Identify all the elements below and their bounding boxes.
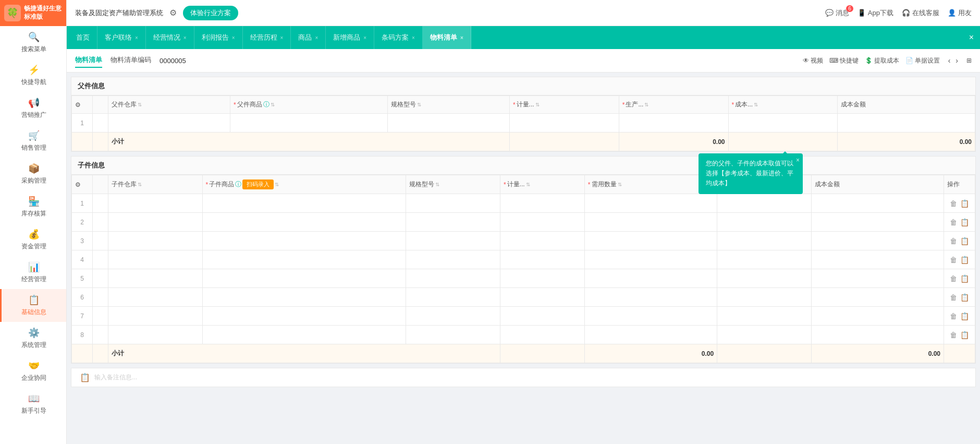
child-row-3-goods[interactable]	[202, 232, 406, 250]
sidebar-item-sales[interactable]: 🛒 销售管理	[0, 125, 66, 158]
child-row-6-unit-cost[interactable]	[717, 288, 812, 307]
child-row-6-spec[interactable]	[406, 288, 500, 307]
child-row-7-unit[interactable]	[500, 307, 584, 326]
sidebar-item-enterprise[interactable]: 🤝 企业协同	[0, 355, 66, 388]
copy-row-7-icon[interactable]: 📋	[960, 312, 969, 320]
child-row-8-goods[interactable]	[202, 326, 406, 344]
copy-row-2-icon[interactable]: 📋	[960, 218, 969, 226]
message-button[interactable]: 💬 消息 6	[825, 8, 849, 18]
tab-close-profit[interactable]: ×	[232, 35, 235, 41]
cost-action[interactable]: 💲 提取成本	[865, 56, 899, 65]
child-row-5-quantity[interactable]	[584, 269, 717, 288]
parent-row-1-goods[interactable]	[230, 114, 387, 133]
child-row-6-warehouse[interactable]	[108, 288, 203, 307]
tooltip-close-button[interactable]: ×	[796, 155, 800, 165]
child-row-5-unit[interactable]	[500, 269, 584, 288]
tab-bom[interactable]: 物料清单 ×	[423, 26, 471, 49]
child-row-5-spec[interactable]	[406, 269, 500, 288]
tab-customer[interactable]: 客户联络 ×	[97, 26, 146, 49]
sub-tab-bom-code[interactable]: 物料清单编码	[111, 53, 151, 68]
tab-close-barcode[interactable]: ×	[412, 35, 415, 41]
child-row-3-unit[interactable]	[500, 232, 584, 250]
tab-profit[interactable]: 利润报告 ×	[194, 26, 243, 49]
sidebar-item-quick-nav[interactable]: ⚡ 快捷导航	[0, 59, 66, 92]
child-row-5-unit-cost[interactable]	[717, 269, 812, 288]
next-arrow[interactable]: ›	[953, 55, 960, 66]
delete-row-2-icon[interactable]: 🗑	[950, 218, 957, 226]
copy-row-6-icon[interactable]: 📋	[960, 293, 969, 302]
child-row-8-unit[interactable]	[500, 326, 584, 344]
remark-text[interactable]: 输入备注信息...	[94, 373, 137, 382]
tab-close-business[interactable]: ×	[183, 35, 187, 41]
delete-row-1-icon[interactable]: 🗑	[950, 199, 957, 208]
tab-barcode[interactable]: 条码方案 ×	[374, 26, 423, 49]
app-download-button[interactable]: 📱 App下载	[858, 8, 893, 18]
child-row-1-unit-cost[interactable]	[717, 194, 812, 213]
view-action[interactable]: 👁 视频	[803, 56, 823, 65]
single-settings-action[interactable]: 📄 单据设置	[905, 56, 940, 65]
child-row-4-warehouse[interactable]	[108, 250, 203, 269]
copy-row-1-icon[interactable]: 📋	[960, 199, 969, 208]
sidebar-item-marketing[interactable]: 📢 营销推广	[0, 92, 66, 125]
child-row-2-unit[interactable]	[500, 213, 584, 232]
tab-close-new-goods[interactable]: ×	[363, 35, 366, 41]
sidebar-item-system[interactable]: ⚙️ 系统管理	[0, 322, 66, 355]
close-all-tabs[interactable]: ×	[965, 33, 978, 42]
child-row-2-spec[interactable]	[406, 213, 500, 232]
child-row-6-quantity[interactable]	[584, 288, 717, 307]
trial-button[interactable]: 体验行业方案	[183, 6, 238, 20]
child-row-3-quantity[interactable]	[584, 232, 717, 250]
child-row-6-unit[interactable]	[500, 288, 584, 307]
tab-home[interactable]: 首页	[69, 26, 97, 49]
prev-arrow[interactable]: ‹	[946, 55, 953, 66]
child-col-settings[interactable]: ⚙	[72, 175, 93, 194]
child-row-5-warehouse[interactable]	[108, 269, 203, 288]
tab-close-history[interactable]: ×	[280, 35, 284, 41]
child-row-3-warehouse[interactable]	[108, 232, 203, 250]
copy-row-5-icon[interactable]: 📋	[960, 274, 969, 283]
user-button[interactable]: 👤 用友	[948, 8, 972, 18]
child-row-8-spec[interactable]	[406, 326, 500, 344]
child-row-1-spec[interactable]	[406, 194, 500, 213]
tab-new-goods[interactable]: 新增商品 ×	[326, 26, 374, 49]
copy-row-3-icon[interactable]: 📋	[960, 237, 969, 245]
child-row-4-goods[interactable]	[202, 250, 406, 269]
child-row-8-unit-cost[interactable]	[717, 326, 812, 344]
child-row-3-spec[interactable]	[406, 232, 500, 250]
child-row-8-warehouse[interactable]	[108, 326, 203, 344]
tab-goods[interactable]: 商品 ×	[291, 26, 326, 49]
parent-row-1-cost[interactable]	[728, 114, 838, 133]
child-row-7-quantity[interactable]	[584, 307, 717, 326]
child-row-4-quantity[interactable]	[584, 250, 717, 269]
child-row-4-spec[interactable]	[406, 250, 500, 269]
child-row-2-goods[interactable]	[202, 213, 406, 232]
copy-row-4-icon[interactable]: 📋	[960, 256, 969, 264]
parent-row-1-production[interactable]	[619, 114, 728, 133]
sidebar-item-inventory[interactable]: 🏪 库存核算	[0, 190, 66, 223]
child-row-8-quantity[interactable]	[584, 326, 717, 344]
child-row-1-goods[interactable]	[202, 194, 406, 213]
shortcut-action[interactable]: ⌨ 快捷键	[829, 56, 859, 65]
tab-history[interactable]: 经营历程 ×	[243, 26, 291, 49]
tab-close-goods[interactable]: ×	[315, 35, 318, 41]
parent-row-1-unit[interactable]	[509, 114, 619, 133]
child-row-4-unit[interactable]	[500, 250, 584, 269]
parent-col-settings[interactable]: ⚙	[72, 96, 93, 114]
sub-tab-bom-list[interactable]: 物料清单	[75, 53, 102, 68]
delete-row-3-icon[interactable]: 🗑	[950, 237, 957, 245]
child-row-1-quantity[interactable]	[584, 194, 717, 213]
sidebar-item-finance[interactable]: 💰 资金管理	[0, 223, 66, 256]
parent-row-1-warehouse[interactable]	[108, 114, 230, 133]
sidebar-item-guide[interactable]: 📖 新手引导	[0, 388, 66, 421]
tab-close-bom[interactable]: ×	[460, 35, 463, 41]
child-row-7-warehouse[interactable]	[108, 307, 203, 326]
delete-row-6-icon[interactable]: 🗑	[950, 293, 957, 302]
child-row-7-goods[interactable]	[202, 307, 406, 326]
sidebar-item-basic-info[interactable]: 📋 基础信息	[0, 289, 66, 322]
child-row-1-warehouse[interactable]	[108, 194, 203, 213]
service-button[interactable]: 🎧 在线客服	[902, 8, 939, 18]
child-row-2-unit-cost[interactable]	[717, 213, 812, 232]
copy-row-8-icon[interactable]: 📋	[960, 331, 969, 339]
child-row-7-spec[interactable]	[406, 307, 500, 326]
grid-view-icon[interactable]: ⊞	[966, 57, 972, 64]
